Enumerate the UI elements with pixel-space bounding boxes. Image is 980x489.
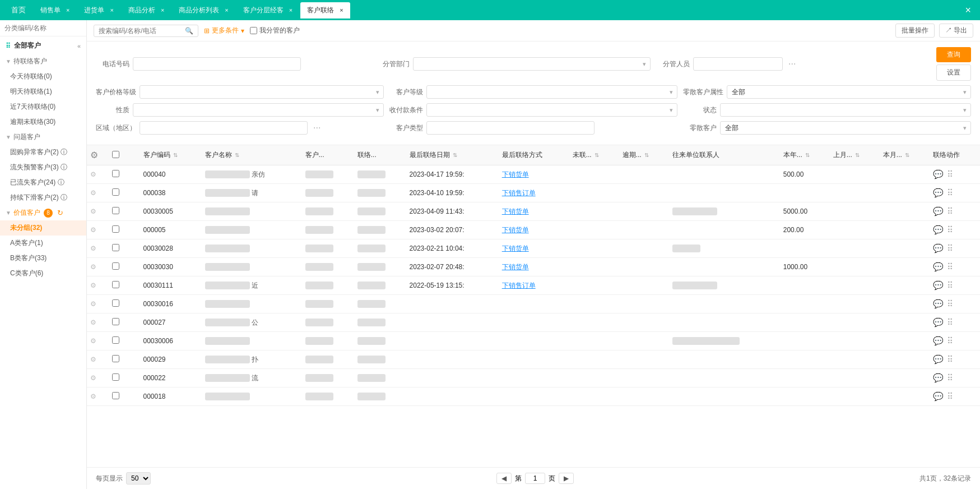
sidebar-group-pending[interactable]: ▼ 待联络客户 [0,54,86,69]
contact-chat-icon[interactable]: 💬 [933,354,944,365]
prev-page-btn[interactable]: ◀ [496,473,512,484]
payment-select[interactable] [426,103,677,117]
close-tab-customer-mgr[interactable]: × [289,7,292,13]
more-action-icon[interactable]: ⠿ [947,243,953,253]
contact-chat-icon[interactable]: 💬 [933,373,944,383]
my-customers-checkbox[interactable]: 我分管的客户 [250,26,300,35]
sidebar-item-today[interactable]: 今天待联络(0) [0,69,86,84]
contact-chat-icon[interactable]: 💬 [933,336,944,346]
contact-chat-icon[interactable]: 💬 [933,243,944,253]
my-customers-check[interactable] [250,27,257,34]
more-action-icon[interactable]: ⠿ [947,299,953,309]
close-tab-customer-contact[interactable]: × [340,7,343,13]
sidebar-item-churn-risk[interactable]: 流失预警客户(3) ⓘ [0,160,86,175]
row-checkbox[interactable] [112,170,119,177]
more-action-icon[interactable]: ⠿ [947,336,953,346]
more-action-icon[interactable]: ⠿ [947,354,953,365]
last-method-link[interactable]: 下销货单 [502,207,529,215]
last-method-link[interactable]: 下销售订单 [502,189,536,197]
th-no-contact[interactable]: 未联... ⇅ [569,145,619,165]
last-method-link[interactable]: 下销货单 [502,263,529,271]
sidebar-item-abnormal[interactable]: 固购异常客户(2) ⓘ [0,145,86,160]
more-action-icon[interactable]: ⠿ [947,317,953,327]
th-last-date[interactable]: 最后联络日期 ⇅ [406,145,499,165]
next-page-btn[interactable]: ▶ [559,473,574,484]
row-checkbox[interactable] [112,188,119,196]
th-this-month[interactable]: 本月... ⇅ [880,145,930,165]
contact-chat-icon[interactable]: 💬 [933,391,944,402]
region-input[interactable] [140,121,308,135]
page-number-input[interactable] [525,473,545,484]
close-tab-analysis[interactable]: × [161,7,164,13]
contact-chat-icon[interactable]: 💬 [933,225,944,235]
query-btn[interactable]: 查询 [936,47,971,62]
batch-ops-btn[interactable]: 批量操作 [895,24,935,38]
sidebar-group-problem[interactable]: ▼ 问题客户 [0,130,86,145]
more-action-icon[interactable]: ⠿ [947,280,953,290]
refresh-icon[interactable]: ↻ [57,209,63,217]
row-checkbox[interactable] [112,207,119,214]
phone-input[interactable] [133,57,301,71]
last-method-link[interactable]: 下销货单 [502,226,529,234]
th-gear[interactable]: ⚙ [87,145,109,165]
dept-select[interactable] [413,57,651,71]
row-checkbox[interactable] [112,281,119,288]
sidebar-group-value[interactable]: ▼ 价值客户 8 ↻ [0,205,86,220]
last-method-link[interactable]: 下销售订单 [502,282,536,289]
close-tab-analysis-list[interactable]: × [225,7,228,13]
nav-home[interactable]: 首页 [4,2,32,19]
select-all-checkbox[interactable] [112,151,119,158]
more-action-icon[interactable]: ⠿ [947,169,953,179]
retail-customer-select[interactable]: 全部 [720,121,971,135]
th-this-year[interactable]: 本年... ⇅ [780,145,830,165]
more-conditions-btn[interactable]: ⊞ 更多条件 ▾ [204,26,244,35]
row-checkbox[interactable] [112,318,119,325]
sidebar-item-ungrouped[interactable]: 未分组(32) [0,220,86,236]
nav-tab-customer-contact[interactable]: 客户联络 × [300,2,350,19]
status-select[interactable] [720,103,971,117]
contact-chat-icon[interactable]: 💬 [933,188,944,198]
last-method-link[interactable]: 下销货单 [502,245,529,252]
nav-tab-sales[interactable]: 销售单 × [34,2,76,19]
search-input[interactable] [99,27,183,35]
sidebar-item-b-class[interactable]: B类客户(33) [0,251,86,266]
close-all-tabs[interactable]: × [960,2,976,19]
more-action-icon[interactable]: ⠿ [947,391,953,402]
row-checkbox[interactable] [112,299,119,307]
manager-more-icon[interactable]: ··· [788,59,796,69]
nav-tab-customer-mgr[interactable]: 客户分层经客 × [236,2,299,19]
last-method-link[interactable]: 下销货单 [502,170,529,178]
th-last-month[interactable]: 上月... ⇅ [830,145,880,165]
customer-level-select[interactable] [426,85,677,99]
close-tab-sales[interactable]: × [66,7,69,13]
nav-tab-analysis-list[interactable]: 商品分析列表 × [172,2,235,19]
nature-select[interactable] [133,103,384,117]
th-code[interactable]: 客户编码 ⇅ [140,145,202,165]
contact-chat-icon[interactable]: 💬 [933,169,944,179]
customer-type-input[interactable] [426,121,594,135]
more-action-icon[interactable]: ⠿ [947,225,953,235]
sidebar-item-c-class[interactable]: C类客户(6) [0,266,86,281]
collapse-icon[interactable]: « [77,43,81,49]
export-btn[interactable]: ↗ 导出 [939,24,973,38]
sidebar-search-input[interactable] [4,24,87,32]
price-level-select[interactable] [140,85,384,99]
row-checkbox[interactable] [112,355,119,362]
th-name[interactable]: 客户名称 ⇅ [202,145,302,165]
row-checkbox[interactable] [112,336,119,344]
th-overdue[interactable]: 逾期... ⇅ [619,145,669,165]
retail-attr-select[interactable]: 全部 [727,85,971,99]
contact-chat-icon[interactable]: 💬 [933,206,944,216]
page-size-select[interactable]: 50 [126,472,151,485]
row-checkbox[interactable] [112,244,119,251]
reset-btn[interactable]: 设置 [936,64,971,81]
region-more-icon[interactable]: ··· [313,123,321,133]
sidebar-item-lost[interactable]: 已流失客户(24) ⓘ [0,175,86,190]
sidebar-item-declining[interactable]: 持续下滑客户(2) ⓘ [0,190,86,205]
contact-chat-icon[interactable]: 💬 [933,299,944,309]
more-action-icon[interactable]: ⠿ [947,373,953,383]
contact-chat-icon[interactable]: 💬 [933,280,944,290]
close-tab-purchase[interactable]: × [110,7,113,13]
manager-input[interactable] [693,57,783,71]
contact-chat-icon[interactable]: 💬 [933,317,944,327]
